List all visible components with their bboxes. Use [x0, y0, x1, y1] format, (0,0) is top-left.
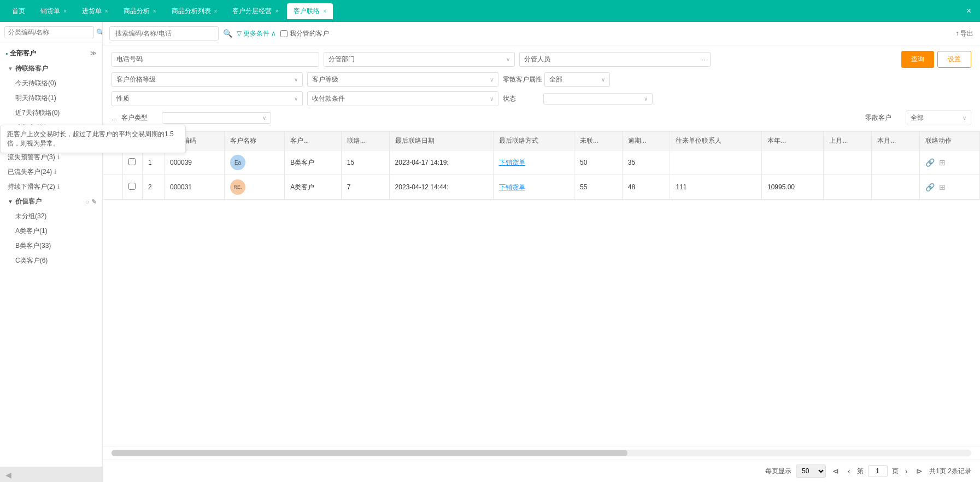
th-name: 客户名称	[225, 132, 285, 150]
td-last-date-2: 2023-04-12 14:44:	[389, 175, 493, 200]
td-name-2: RE.	[225, 175, 285, 200]
scroll-thumb[interactable]	[112, 450, 627, 456]
adv-filter-row-4: ... 客户类型 ∨ 零散客户 全部 ∨	[112, 111, 971, 125]
gender-field[interactable]: 性质 ∨	[112, 91, 303, 106]
info-icon-declining: ℹ	[57, 183, 60, 190]
per-page-select[interactable]: 50 100 200	[796, 464, 826, 478]
status-dropdown[interactable]: ∨	[543, 93, 653, 104]
main-search-icon[interactable]: 🔍	[223, 29, 232, 38]
nav-customer-contact[interactable]: 客户联络 ×	[287, 3, 333, 19]
info-icon-lost: ℹ	[54, 169, 56, 176]
phone-field[interactable]: 电话号码	[112, 52, 319, 67]
th-type: 客户...	[285, 132, 342, 150]
scroll-track[interactable]	[112, 450, 971, 456]
td-action-1: 🔗 ⊞	[919, 150, 979, 175]
staff-more-icon[interactable]: ···	[700, 56, 706, 63]
sidebar-item-lost[interactable]: 已流失客户(24) ℹ	[0, 165, 102, 179]
next-page-button[interactable]: ›	[903, 466, 910, 477]
sidebar-item-class-b[interactable]: B类客户(33)	[0, 239, 102, 253]
td-code-2: 000031	[165, 175, 225, 200]
sidebar-item-tomorrow[interactable]: 明天待联络(1)	[0, 91, 102, 106]
th-contact: 联络...	[341, 132, 389, 150]
sidebar-search-input[interactable]	[4, 26, 94, 38]
row1-checkbox[interactable]	[128, 158, 136, 165]
value-group-edit-icon[interactable]: ✎	[91, 198, 97, 206]
last-page-button[interactable]: ⊳	[914, 466, 925, 477]
action-grid-icon-1[interactable]: ⊞	[939, 158, 946, 167]
td-settings-1	[103, 150, 123, 175]
data-table-area: ⚙ 客户编码 客户名称 客户... 联络... 最后联络日期 最后联络方式 未联…	[103, 131, 980, 446]
retail-attr-chevron-icon: ∨	[601, 77, 605, 83]
action-link-icon-1[interactable]: 🔗	[925, 158, 935, 167]
action-icons-1: 🔗 ⊞	[925, 158, 974, 167]
close-sales-order-icon[interactable]: ×	[63, 8, 67, 14]
customer-type-field: 客户类型 ∨	[121, 112, 271, 124]
sidebar-all-customers[interactable]: ▪ 全部客户 ≫	[0, 45, 102, 61]
retail-customer-field: 零散客户 全部 ∨	[865, 111, 971, 125]
close-all-tabs-button[interactable]: ×	[966, 6, 971, 16]
nav-customer-segments[interactable]: 客户分层经营 ×	[226, 3, 285, 19]
sidebar-item-class-c[interactable]: C类客户(6)	[0, 253, 102, 268]
more-filters-dots[interactable]: ...	[112, 114, 117, 122]
value-group-circle-icon[interactable]: ○	[85, 198, 89, 206]
price-grade-field[interactable]: 客户价格等级 ∨	[112, 72, 303, 87]
nav-home[interactable]: 首页	[5, 3, 32, 19]
filter-bar: 🔍 ▽ 更多条件 ∧ 我分管的客户 ↑ 导出	[103, 22, 980, 45]
nav-product-analysis[interactable]: 商品分析 ×	[117, 3, 163, 19]
td-last-month-1	[824, 150, 872, 175]
sidebar-item-declining[interactable]: 持续下滑客户(2) ℹ	[0, 179, 102, 194]
my-customers-checkbox[interactable]	[280, 30, 287, 37]
more-conditions-button[interactable]: ▽ 更多条件 ∧	[237, 29, 276, 38]
my-customers-filter[interactable]: 我分管的客户	[280, 29, 329, 38]
staff-field[interactable]: 分管人员 ···	[519, 52, 711, 67]
action-grid-icon-2[interactable]: ⊞	[939, 183, 946, 191]
retail-attr-dropdown[interactable]: 全部 ∨	[544, 72, 610, 87]
sidebar-item-today[interactable]: 今天待联络(0)	[0, 76, 102, 91]
setting-button[interactable]: 设置	[937, 51, 971, 68]
prev-page-button[interactable]: ‹	[846, 466, 853, 477]
action-link-icon-2[interactable]: 🔗	[925, 183, 935, 191]
nav-sales-order[interactable]: 销货单 ×	[34, 3, 73, 19]
close-purchase-order-icon[interactable]: ×	[105, 8, 108, 14]
export-button[interactable]: ↑ 导出	[955, 29, 973, 38]
retail-customer-dropdown[interactable]: 全部 ∨	[906, 111, 971, 125]
dept-field[interactable]: 分管部门 ∨	[324, 52, 515, 67]
nav-purchase-order[interactable]: 进货单 ×	[75, 3, 115, 19]
close-product-analysis-list-icon[interactable]: ×	[214, 8, 218, 14]
th-last-method: 最后联络方式	[493, 132, 574, 150]
td-this-year-1	[761, 150, 823, 175]
td-last-date-1: 2023-04-17 14:19:	[389, 150, 493, 175]
query-button[interactable]: 查询	[901, 51, 934, 68]
payment-field[interactable]: 收付款条件 ∨	[307, 91, 498, 106]
first-page-button[interactable]: ⊲	[830, 466, 841, 477]
sidebar-prev-arrow[interactable]: ◀	[5, 471, 11, 479]
row2-checkbox[interactable]	[128, 183, 136, 190]
close-customer-contact-icon[interactable]: ×	[323, 8, 326, 14]
customer-grade-field[interactable]: 客户等级 ∨	[307, 72, 498, 87]
td-contact-2: 7	[341, 175, 389, 200]
nav-product-analysis-list[interactable]: 商品分析列表 ×	[165, 3, 224, 19]
td-checkbox-2[interactable]	[123, 175, 143, 200]
retail-customer-chevron-icon: ∨	[963, 115, 966, 121]
last-method-link-1[interactable]: 下销货单	[499, 159, 525, 166]
td-type-1: B类客户	[285, 150, 342, 175]
sidebar-item-class-a[interactable]: A类客户(1)	[0, 224, 102, 239]
page-number-input[interactable]	[868, 465, 888, 477]
sidebar-bottom-bar: ◀	[0, 467, 102, 482]
tooltip-box: 距客户上次交易时长，超过了此客户的平均交易周期的1.5倍，则视为异常。	[0, 125, 102, 153]
sidebar-collapse-icon[interactable]: ≫	[90, 50, 97, 57]
last-method-link-2[interactable]: 下销货单	[499, 183, 525, 191]
main-search-input[interactable]	[109, 26, 219, 40]
sidebar-search-icon[interactable]: 🔍	[96, 28, 103, 36]
td-checkbox-1[interactable]	[123, 150, 143, 175]
customer-type-dropdown[interactable]: ∨	[162, 112, 271, 124]
sidebar-group-pending[interactable]: ▼ 待联络客户	[0, 61, 102, 76]
close-customer-segments-icon[interactable]: ×	[275, 8, 278, 14]
sidebar-item-ungrouped[interactable]: 未分组(32)	[0, 209, 102, 224]
sidebar-item-7days[interactable]: 近7天待联络(0)	[0, 106, 102, 120]
td-no-2: 2	[143, 175, 165, 200]
table-row: 1 000039 Ea B类客户 15 2023-04-17 14:19: 下销…	[103, 150, 980, 175]
close-product-analysis-icon[interactable]: ×	[153, 8, 156, 14]
action-icons-2: 🔗 ⊞	[925, 183, 974, 191]
sidebar-body: ▪ 全部客户 ≫ ▼ 待联络客户 今天待联络(0) 明天待联络(1) 近7天待联…	[0, 43, 102, 467]
